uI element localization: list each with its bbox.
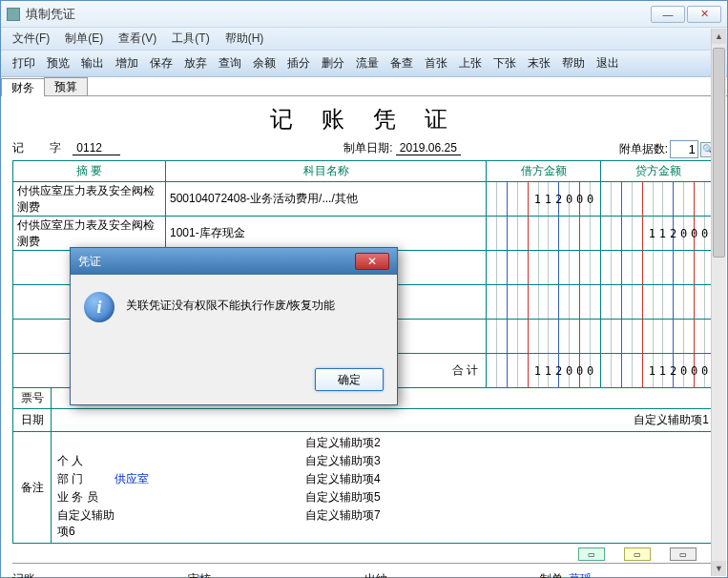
scroll-thumb[interactable] bbox=[713, 48, 725, 258]
th-debit: 借方金额 bbox=[487, 161, 601, 182]
person-label: 个 人 bbox=[57, 453, 114, 469]
remark-grid: 自定义辅助项2 个 人自定义辅助项3 部 门供应室自定义辅助项4 业 务 员自定… bbox=[57, 435, 709, 540]
tb-discard[interactable]: 放弃 bbox=[178, 53, 213, 73]
biz-label: 业 务 员 bbox=[57, 489, 114, 506]
cell-summary[interactable]: 付供应室压力表及安全阀检测费 bbox=[13, 184, 165, 215]
cell-summary[interactable]: 付供应室压力表及安全阀检测费 bbox=[13, 218, 165, 249]
cell-subject[interactable]: 500104072408-业务活动费用/.../其他 bbox=[166, 184, 486, 215]
signature-row: 记账 审核 出纳 制单葛瑶 bbox=[12, 563, 716, 578]
th-summary: 摘 要 bbox=[13, 161, 166, 182]
menu-view[interactable]: 查看(V) bbox=[111, 29, 164, 49]
aux2: 自定义辅助项2 bbox=[305, 435, 401, 451]
tb-first[interactable]: 首张 bbox=[419, 53, 453, 73]
status-icon-3[interactable]: ▭ bbox=[670, 547, 697, 561]
cell-credit[interactable] bbox=[601, 182, 716, 217]
titlebar: 填制凭证 — ✕ bbox=[1, 1, 727, 28]
menu-file[interactable]: 文件(F) bbox=[5, 29, 57, 49]
tb-print[interactable]: 打印 bbox=[7, 53, 41, 73]
sum-credit-cell: 112000 bbox=[601, 354, 716, 388]
aux4: 自定义辅助项4 bbox=[305, 471, 401, 487]
cell-subject[interactable]: 1001-库存现金 bbox=[166, 218, 486, 249]
cell-credit[interactable] bbox=[601, 320, 716, 354]
tb-export[interactable]: 输出 bbox=[75, 53, 110, 73]
app-window: 填制凭证 — ✕ 文件(F) 制单(E) 查看(V) 工具(T) 帮助(H) 打… bbox=[0, 0, 728, 578]
cell-credit[interactable] bbox=[601, 285, 716, 320]
tb-next[interactable]: 下张 bbox=[488, 53, 522, 73]
tabs: 财务 预算 bbox=[1, 77, 727, 96]
date-value[interactable]: 2019.06.25 bbox=[396, 141, 461, 155]
tb-delete[interactable]: 删分 bbox=[316, 53, 350, 73]
cell-credit[interactable]: 112000 bbox=[601, 217, 716, 251]
app-icon bbox=[7, 8, 20, 21]
menu-help[interactable]: 帮助(H) bbox=[218, 29, 272, 49]
close-button[interactable]: ✕ bbox=[687, 6, 721, 23]
meta-date-label: 日期 bbox=[13, 409, 52, 431]
cell-debit[interactable] bbox=[487, 285, 601, 320]
attach-label: 附单据数: bbox=[619, 141, 668, 157]
dialog-title: 凭证 bbox=[78, 254, 355, 270]
tab-finance[interactable]: 财务 bbox=[1, 78, 45, 96]
alert-dialog: 凭证 ✕ i 关联凭证没有权限不能执行作废/恢复功能 确定 bbox=[70, 247, 398, 405]
tb-prev[interactable]: 上张 bbox=[453, 53, 488, 73]
scroll-up-icon[interactable]: ▲ bbox=[712, 29, 726, 44]
info-icon: i bbox=[84, 292, 114, 322]
tb-balance[interactable]: 余额 bbox=[247, 53, 281, 73]
aux3: 自定义辅助项3 bbox=[305, 453, 401, 469]
cell-debit[interactable]: 112000 bbox=[487, 182, 601, 217]
sum-debit-cell: 112000 bbox=[487, 354, 601, 388]
th-credit: 贷方金额 bbox=[601, 161, 716, 182]
doc-title: 记 账 凭 证 bbox=[12, 100, 716, 140]
dialog-message: 关联凭证没有权限不能执行作废/恢复功能 bbox=[126, 292, 335, 314]
menu-make[interactable]: 制单(E) bbox=[57, 29, 111, 49]
sig-cashier: 出纳 bbox=[364, 571, 540, 578]
cell-debit[interactable] bbox=[487, 217, 601, 251]
tb-exit[interactable]: 退出 bbox=[591, 53, 625, 73]
cell-debit[interactable] bbox=[487, 320, 601, 354]
sig-maker-name[interactable]: 葛瑶 bbox=[569, 572, 592, 578]
tb-last[interactable]: 末张 bbox=[522, 53, 556, 73]
cell-credit[interactable] bbox=[601, 251, 716, 285]
ticket-label: 票号 bbox=[13, 388, 52, 408]
tb-memo[interactable]: 备查 bbox=[385, 53, 419, 73]
header-row: 记 字 0112 制单日期: 2019.06.25 附单据数: 🔍 bbox=[12, 140, 716, 158]
window-title: 填制凭证 bbox=[26, 6, 649, 23]
tb-flow[interactable]: 流量 bbox=[350, 53, 385, 73]
zi-value[interactable]: 0112 bbox=[73, 141, 120, 155]
toolbar: 打印 预览 输出 增加 保存 放弃 查询 余额 插分 删分 流量 备查 首张 上… bbox=[1, 51, 727, 77]
meta-date-body[interactable]: 自定义辅助项1 bbox=[52, 409, 715, 431]
aux1: 自定义辅助项1 bbox=[634, 412, 709, 428]
status-icon-1[interactable]: ▭ bbox=[578, 547, 605, 561]
status-icon-2[interactable]: ▭ bbox=[624, 547, 651, 561]
date-label: 制单日期: bbox=[343, 141, 392, 155]
tb-query[interactable]: 查询 bbox=[213, 53, 247, 73]
tb-add[interactable]: 增加 bbox=[110, 53, 144, 73]
tb-help[interactable]: 帮助 bbox=[556, 53, 591, 73]
scroll-down-icon[interactable]: ▼ bbox=[712, 561, 726, 576]
aux7: 自定义辅助项7 bbox=[305, 507, 401, 540]
sig-maker-label: 制单 bbox=[540, 572, 563, 578]
tb-insert[interactable]: 插分 bbox=[281, 53, 316, 73]
minimize-button[interactable]: — bbox=[651, 6, 685, 23]
dialog-ok-button[interactable]: 确定 bbox=[315, 368, 384, 391]
zi-label: 记 字 bbox=[12, 140, 73, 156]
attach-input[interactable] bbox=[670, 140, 698, 158]
footer-icons: ▭ ▭ ▭ bbox=[12, 544, 716, 563]
menu-tools[interactable]: 工具(T) bbox=[164, 29, 217, 49]
tb-save[interactable]: 保存 bbox=[144, 53, 178, 73]
table-row[interactable]: 付供应室压力表及安全阀检测费1001-库存现金112000 bbox=[13, 217, 716, 251]
aux6-label: 自定义辅助项6 bbox=[57, 507, 114, 540]
table-row[interactable]: 付供应室压力表及安全阀检测费500104072408-业务活动费用/.../其他… bbox=[13, 182, 716, 217]
dept-value[interactable]: 供应室 bbox=[114, 471, 305, 487]
menubar: 文件(F) 制单(E) 查看(V) 工具(T) 帮助(H) bbox=[1, 28, 727, 51]
remark-label: 备注 bbox=[13, 432, 52, 543]
aux5: 自定义辅助项5 bbox=[305, 489, 401, 506]
dept-label: 部 门 bbox=[57, 471, 114, 487]
tb-preview[interactable]: 预览 bbox=[41, 53, 75, 73]
cell-debit[interactable] bbox=[487, 251, 601, 285]
th-subject: 科目名称 bbox=[166, 161, 487, 182]
bottom-meta: 票号 日期 自定义辅助项1 备注 自定义辅助项2 个 人自定义辅助项3 bbox=[12, 388, 716, 544]
tab-budget[interactable]: 预算 bbox=[44, 77, 88, 95]
vertical-scrollbar[interactable]: ▲ ▼ bbox=[711, 29, 726, 576]
sig-book: 记账 bbox=[12, 571, 188, 578]
dialog-close-button[interactable]: ✕ bbox=[355, 253, 389, 270]
